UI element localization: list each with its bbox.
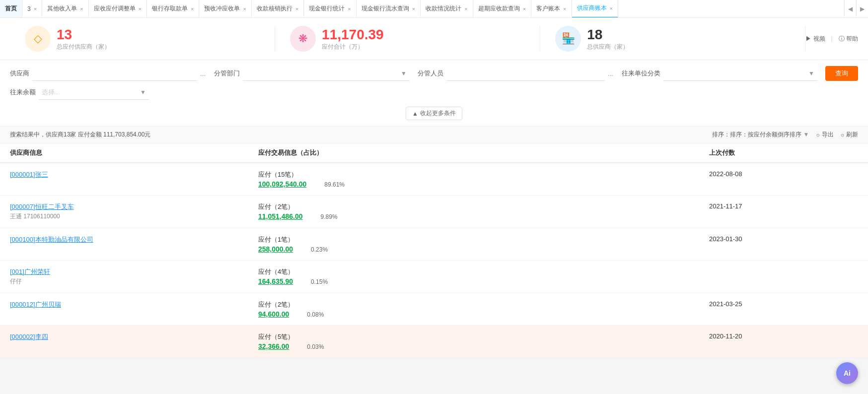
category-filter-dropdown[interactable]: ▼	[663, 66, 818, 81]
supplier-link-5[interactable]: [000002]李四	[10, 333, 48, 340]
transaction-amount-0[interactable]: 100,092,540.00	[258, 180, 306, 188]
total-suppliers-number: 18	[587, 26, 629, 43]
collapse-label: 收起更多条件	[420, 109, 456, 118]
supplier-filter-label: 供应商	[10, 69, 29, 78]
supplier-cell-4: [000012]广州贝瑞	[10, 300, 258, 309]
transaction-note-1: 应付（2笔）	[258, 202, 709, 211]
results-summary: 搜索结果中，供应商13家 应付金额 111,703,854.00元	[10, 131, 150, 139]
transaction-cell-4: 应付（2笔）94,600.000.08%	[258, 300, 709, 318]
nav-tab-close-cash-flow[interactable]: ×	[412, 6, 415, 12]
nav-tab-close-cash-bank-stat[interactable]: ×	[348, 6, 351, 12]
table-header: 供应商信息 应付交易信息（占比） 上次付数	[0, 143, 868, 163]
ap-total-icon: ❋	[290, 26, 316, 52]
transaction-note-2: 应付（1笔）	[258, 235, 709, 244]
transaction-pct-5: 0.03%	[307, 343, 324, 350]
nav-tab-supplier-acct[interactable]: 供应商账本×	[572, 0, 618, 18]
balance-filter-label: 往来余额	[10, 88, 36, 97]
col-transaction-header: 应付交易信息（占比）	[258, 148, 709, 157]
collapse-button[interactable]: ▲ 收起更多条件	[406, 107, 462, 120]
transaction-note-4: 应付（2笔）	[258, 300, 709, 309]
export-button[interactable]: ○ 导出	[816, 131, 834, 139]
transaction-amount-4[interactable]: 94,600.00	[258, 310, 289, 318]
sort-label: 排序：排序：按应付余额倒序排序 ▼	[712, 131, 809, 139]
top-navigation: 首页3×其他收入单×应收应付调整单×银行存取款单×预收冲应收单×收款核销执行×现…	[0, 0, 868, 18]
supplier-link-4[interactable]: [000012]广州贝瑞	[10, 301, 61, 308]
nav-tab-close-payment-verify[interactable]: ×	[295, 6, 298, 12]
table-row: [000100]本特勤油品有限公司应付（1笔）258,000.000.23%20…	[0, 228, 868, 261]
nav-tab-close-bank-deposit[interactable]: ×	[191, 6, 194, 12]
filter-supplier: 供应商 ...	[10, 66, 206, 81]
refresh-icon: ○	[841, 131, 844, 138]
help-link[interactable]: ⓘ 帮助	[839, 35, 858, 43]
nav-tab-overdue-query[interactable]: 超期应收款查询×	[473, 0, 531, 18]
person-filter-label: 分管人员	[418, 69, 443, 78]
dept-filter-dropdown[interactable]: ▼	[243, 66, 410, 81]
nav-tab-cash-flow[interactable]: 现金银行流水查询×	[357, 0, 421, 18]
balance-filter-dropdown[interactable]: 选择... ▼	[39, 85, 149, 100]
filter-balance: 往来余额 选择... ▼	[10, 85, 149, 100]
export-icon: ○	[816, 131, 820, 138]
refresh-button[interactable]: ○ 刷新	[841, 131, 858, 139]
total-suppliers-label: 总供应商（家）	[587, 43, 629, 51]
nav-tab-close-prepay-offset[interactable]: ×	[243, 6, 246, 12]
transaction-pct-2: 0.23%	[311, 246, 328, 253]
supplier-cell-3: [001]广州荣轩仔仔	[10, 267, 258, 286]
nav-tab-payment-stat[interactable]: 收款情况统计×	[421, 0, 473, 18]
table-row: [000007]恒旺二手叉车王通 17106110000应付（2笔）11,051…	[0, 196, 868, 228]
nav-next-arrow[interactable]: ▶	[856, 0, 868, 18]
transaction-pct-4: 0.08%	[307, 311, 324, 318]
sort-dropdown-arrow: ▼	[803, 131, 809, 138]
person-filter-input[interactable]	[446, 66, 605, 81]
total-ap-suppliers-number: 13	[57, 26, 110, 43]
transaction-amount-1[interactable]: 11,051,486.00	[258, 212, 303, 220]
last-payment-cell-5: 2020-11-20	[709, 332, 858, 340]
nav-tab-ap-adjust[interactable]: 应收应付调整单×	[89, 0, 147, 18]
supplier-link-2[interactable]: [000100]本特勤油品有限公司	[10, 236, 93, 243]
person-dots-btn[interactable]: ...	[608, 69, 614, 77]
transaction-amount-2[interactable]: 258,000.00	[258, 245, 293, 253]
balance-placeholder: 选择...	[42, 88, 60, 97]
table-row: [001]广州荣轩仔仔应付（4笔）164,635.900.15%	[0, 261, 868, 293]
nav-tab-close-overdue-query[interactable]: ×	[523, 6, 526, 12]
last-payment-cell-1: 2021-11-17	[709, 202, 858, 210]
nav-tab-tab3[interactable]: 3×	[22, 0, 42, 18]
ap-total-label: 应付合计（万）	[322, 43, 384, 51]
nav-tab-home[interactable]: 首页	[0, 0, 22, 18]
query-button[interactable]: 查询	[825, 66, 858, 81]
filter-row-2: 往来余额 选择... ▼	[10, 85, 858, 100]
ap-total-number: 11,170.39	[322, 26, 384, 43]
nav-tab-close-payment-stat[interactable]: ×	[464, 6, 467, 12]
nav-tab-customer-acct[interactable]: 客户账本×	[531, 0, 572, 18]
stat-block-total-suppliers: 🏪 18 总供应商（家）	[540, 26, 805, 52]
category-dropdown-arrow: ▼	[808, 70, 814, 77]
nav-tab-prepay-offset[interactable]: 预收冲应收单×	[199, 0, 251, 18]
transaction-amount-5[interactable]: 32,366.00	[258, 342, 289, 350]
nav-tab-payment-verify[interactable]: 收款核销执行×	[252, 0, 304, 18]
main-content: 供应商信息 应付交易信息（占比） 上次付数 [000001]张三应付（15笔）1…	[0, 143, 868, 358]
nav-tab-bank-deposit[interactable]: 银行存取款单×	[147, 0, 199, 18]
transaction-amount-3[interactable]: 164,635.90	[258, 277, 293, 285]
last-payment-cell-0: 2022-08-08	[709, 170, 858, 178]
supplier-dots-btn[interactable]: ...	[200, 69, 206, 77]
balance-dropdown-arrow: ▼	[140, 89, 146, 96]
supplier-link-1[interactable]: [000007]恒旺二手叉车	[10, 203, 74, 210]
transaction-note-3: 应付（4笔）	[258, 267, 709, 276]
nav-tab-close-other-income[interactable]: ×	[80, 6, 83, 12]
table-row: [000012]广州贝瑞应付（2笔）94,600.000.08%2021-03-…	[0, 293, 868, 326]
nav-tab-close-supplier-acct[interactable]: ×	[610, 5, 613, 11]
table-body: [000001]张三应付（15笔）100,092,540.0089.61%202…	[0, 163, 868, 358]
nav-tab-close-ap-adjust[interactable]: ×	[139, 6, 142, 12]
nav-tab-close-tab3[interactable]: ×	[34, 6, 37, 12]
nav-arrows: ◀ ▶	[844, 0, 868, 18]
total-ap-suppliers-label: 总应付供应商（家）	[57, 43, 110, 51]
nav-tab-cash-bank-stat[interactable]: 现金银行统计×	[304, 0, 356, 18]
supplier-filter-input[interactable]	[32, 66, 197, 81]
supplier-link-3[interactable]: [001]广州荣轩	[10, 268, 50, 275]
video-link[interactable]: ▶ 视频	[805, 35, 825, 43]
nav-tab-close-customer-acct[interactable]: ×	[563, 6, 566, 12]
nav-prev-arrow[interactable]: ◀	[844, 0, 856, 18]
supplier-link-0[interactable]: [000001]张三	[10, 171, 48, 178]
results-actions: 排序：排序：按应付余额倒序排序 ▼ ○ 导出 ○ 刷新	[712, 131, 858, 139]
nav-tab-other-income[interactable]: 其他收入单×	[42, 0, 88, 18]
supplier-sub-3: 仔仔	[10, 277, 258, 286]
